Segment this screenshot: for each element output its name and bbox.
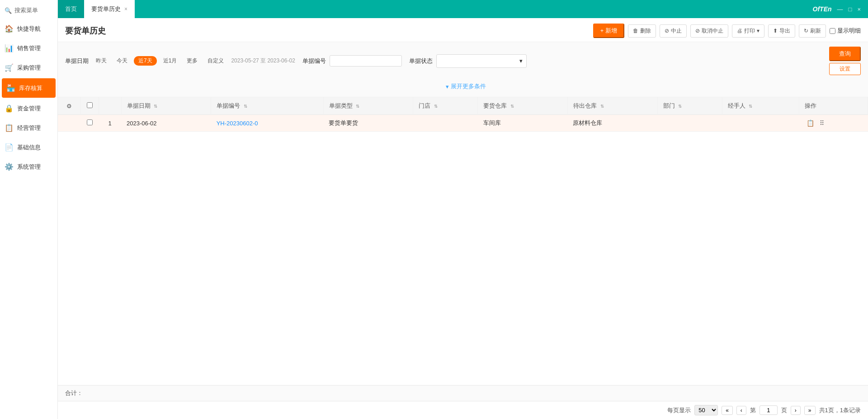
maximize-button[interactable]: □ bbox=[849, 6, 852, 13]
col-department[interactable]: 部门 ⇅ bbox=[657, 97, 722, 115]
status-dropdown-icon: ▾ bbox=[519, 57, 523, 64]
minimize-button[interactable]: — bbox=[837, 6, 843, 13]
sidebar-item-operations[interactable]: 📋 经营管理 bbox=[0, 118, 57, 138]
tab-home-label: 首页 bbox=[65, 5, 77, 13]
sort-department-icon: ⇅ bbox=[678, 104, 682, 109]
first-page-button[interactable]: « bbox=[722, 406, 733, 415]
print-label: 打印 bbox=[744, 27, 755, 35]
col-operation: 操作 bbox=[799, 97, 868, 115]
refresh-button[interactable]: ↻ 刷新 bbox=[799, 24, 826, 38]
sidebar-item-label: 库存核算 bbox=[19, 84, 42, 92]
col-settings[interactable]: ⚙ bbox=[58, 97, 80, 115]
date-range-display: 2023-05-27 至 2023-06-02 bbox=[231, 57, 295, 65]
settings-button[interactable]: 设置 bbox=[829, 63, 861, 75]
bill-no-link[interactable]: YH-20230602-0 bbox=[217, 120, 258, 127]
sidebar-item-sales[interactable]: 📊 销售管理 bbox=[0, 38, 57, 58]
export-button[interactable]: ⬆ 导出 bbox=[768, 24, 795, 38]
topbar: 首页 要货单历史 × OfTEn — □ × bbox=[58, 0, 868, 18]
last-page-button[interactable]: » bbox=[804, 406, 816, 415]
row-handler bbox=[722, 115, 799, 132]
table-footer: 合计： bbox=[58, 385, 868, 401]
bill-no-filter-group: 单据编号 bbox=[302, 55, 402, 67]
row-bill-no[interactable]: YH-20230602-0 bbox=[211, 115, 323, 132]
print-button[interactable]: 🖨 打印 ▾ bbox=[732, 24, 764, 38]
delete-button[interactable]: 🗑 删除 bbox=[628, 24, 656, 38]
row-req-warehouse: 车间库 bbox=[478, 115, 568, 132]
show-detail-label: 显示明细 bbox=[837, 27, 861, 35]
tab-order-history[interactable]: 要货单历史 × bbox=[84, 0, 135, 18]
row-more-button[interactable]: ⠿ bbox=[818, 119, 826, 128]
sidebar-item-basic[interactable]: 📄 基础信息 bbox=[0, 138, 57, 157]
sidebar-item-label: 系统管理 bbox=[17, 163, 41, 171]
tab-close-icon[interactable]: × bbox=[124, 6, 127, 12]
date-btn-today[interactable]: 今天 bbox=[113, 56, 131, 66]
col-req-warehouse[interactable]: 要货仓库 ⇅ bbox=[478, 97, 568, 115]
date-btn-last-month[interactable]: 近1月 bbox=[160, 56, 181, 66]
add-button[interactable]: + 新增 bbox=[593, 24, 624, 38]
stop-button[interactable]: ⊘ 中止 bbox=[660, 24, 687, 38]
expand-conditions-button[interactable]: ▾ 展开更多条件 bbox=[446, 82, 486, 90]
col-num bbox=[99, 97, 121, 115]
query-button[interactable]: 查询 bbox=[829, 47, 861, 61]
row-store bbox=[413, 115, 478, 132]
pagination: 每页显示 50 100 200 « ‹ 第 页 › » 共1页，1条记录 bbox=[58, 401, 868, 419]
cancel-stop-button[interactable]: ⊘ 取消中止 bbox=[690, 24, 728, 38]
page-header: 要货单历史 + 新增 🗑 删除 ⊘ 中止 ⊘ 取消中止 🖨 打印 bbox=[58, 18, 868, 42]
date-btn-custom[interactable]: 自定义 bbox=[204, 56, 227, 66]
status-select[interactable]: ▾ bbox=[436, 54, 527, 68]
sort-date-icon: ⇅ bbox=[154, 104, 157, 109]
date-btn-more[interactable]: 更多 bbox=[183, 56, 201, 66]
sort-bill-type-icon: ⇅ bbox=[356, 104, 359, 109]
tab-home[interactable]: 首页 bbox=[58, 0, 84, 18]
col-handler-label: 经手人 bbox=[728, 102, 745, 109]
page-suffix: 页 bbox=[781, 406, 787, 414]
sidebar-item-purchase[interactable]: 🛒 采购管理 bbox=[0, 58, 57, 77]
show-detail-toggle[interactable]: 显示明细 bbox=[830, 27, 861, 35]
col-store[interactable]: 门店 ⇅ bbox=[413, 97, 478, 115]
home-icon: 🏠 bbox=[5, 24, 14, 33]
filter-actions: 查询 设置 bbox=[829, 47, 861, 75]
gear-icon: ⚙️ bbox=[5, 162, 14, 171]
show-detail-checkbox[interactable] bbox=[830, 28, 835, 34]
date-filter-label: 单据日期 bbox=[65, 57, 89, 65]
table-header: ⚙ 单据日期 ⇅ 单据编号 ⇅ bbox=[58, 97, 868, 115]
col-pending-warehouse[interactable]: 待出仓库 ⇅ bbox=[567, 97, 657, 115]
table-row[interactable]: 1 2023-06-02 YH-20230602-0 要货单要货 车间库 原材料… bbox=[58, 115, 868, 132]
clipboard-icon: 📋 bbox=[5, 124, 14, 132]
refresh-icon: ↻ bbox=[804, 28, 808, 34]
date-btn-last7[interactable]: 近7天 bbox=[134, 56, 157, 66]
per-page-label: 每页显示 bbox=[667, 406, 691, 414]
bill-no-input[interactable] bbox=[330, 55, 402, 67]
sidebar-item-label: 快捷导航 bbox=[17, 25, 41, 33]
row-checkbox[interactable] bbox=[87, 119, 93, 125]
delete-icon: 🗑 bbox=[633, 28, 638, 34]
select-all-checkbox[interactable] bbox=[87, 102, 93, 108]
col-date[interactable]: 单据日期 ⇅ bbox=[121, 97, 211, 115]
row-num: 1 bbox=[99, 115, 121, 132]
close-button[interactable]: × bbox=[857, 6, 861, 13]
row-checkbox-cell[interactable] bbox=[80, 115, 99, 132]
current-page-input[interactable] bbox=[760, 405, 778, 415]
row-edit-button[interactable]: 📋 bbox=[805, 119, 816, 128]
sidebar-item-label: 销售管理 bbox=[17, 44, 41, 52]
sidebar-item-label: 资金管理 bbox=[17, 105, 41, 113]
next-page-button[interactable]: › bbox=[791, 406, 801, 415]
print-icon: 🖨 bbox=[737, 28, 742, 34]
sidebar-item-system[interactable]: ⚙️ 系统管理 bbox=[0, 157, 57, 176]
col-bill-type-label: 单据类型 bbox=[329, 102, 353, 109]
col-bill-no[interactable]: 单据编号 ⇅ bbox=[211, 97, 323, 115]
prev-page-button[interactable]: ‹ bbox=[736, 406, 746, 415]
col-req-warehouse-label: 要货仓库 bbox=[483, 102, 507, 109]
date-btn-yesterday[interactable]: 昨天 bbox=[92, 56, 110, 66]
sidebar: 🔍 搜索菜单 🏠 快捷导航 📊 销售管理 🛒 采购管理 🏪 库存核算 🔒 资金管… bbox=[0, 0, 58, 419]
sidebar-item-inventory[interactable]: 🏪 库存核算 bbox=[2, 78, 56, 98]
status-label: 单据状态 bbox=[409, 57, 433, 65]
col-handler[interactable]: 经手人 ⇅ bbox=[722, 97, 799, 115]
sidebar-item-quick-nav[interactable]: 🏠 快捷导航 bbox=[0, 19, 57, 38]
col-checkbox[interactable] bbox=[80, 97, 99, 115]
sidebar-item-finance[interactable]: 🔒 资金管理 bbox=[0, 99, 57, 118]
col-bill-type[interactable]: 单据类型 ⇅ bbox=[323, 97, 413, 115]
search-menu[interactable]: 🔍 搜索菜单 bbox=[0, 0, 57, 19]
per-page-select[interactable]: 50 100 200 bbox=[694, 405, 718, 415]
filter-row-1: 单据日期 昨天 今天 近7天 近1月 更多 自定义 2023-05-27 至 2… bbox=[65, 47, 861, 75]
